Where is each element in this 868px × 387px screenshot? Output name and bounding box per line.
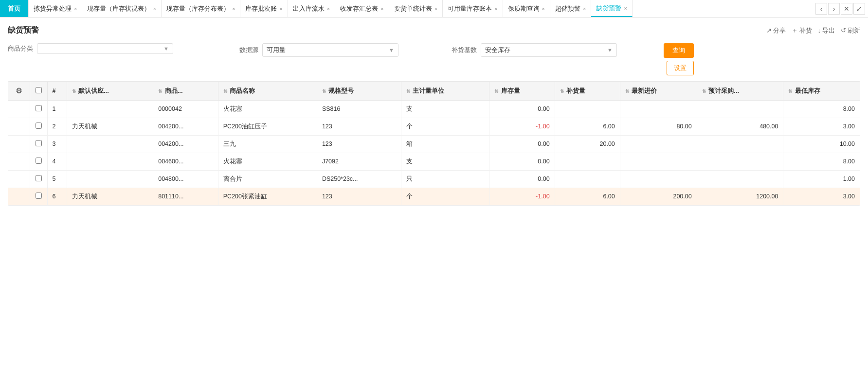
nav-tab-1[interactable]: 拣货异常处理 × xyxy=(29,0,82,17)
row-goods-code: 801110... xyxy=(153,188,218,205)
table-row[interactable]: 5 004800... 离合片 DS250*23c... 只 0.00 1.00 xyxy=(8,170,860,188)
row-unit: 个 xyxy=(401,118,489,135)
row-goods-name: 火花塞 xyxy=(218,100,317,118)
sort-unit-icon[interactable]: ⇅ xyxy=(406,88,410,94)
row-checkbox-3[interactable] xyxy=(36,158,42,164)
close-tab-5[interactable]: × xyxy=(327,6,330,12)
sort-code-icon[interactable]: ⇅ xyxy=(158,88,162,94)
row-spec: 123 xyxy=(317,135,401,153)
category-arrow-icon: ▼ xyxy=(163,46,169,52)
category-select[interactable]: ▼ xyxy=(37,43,173,54)
refresh-button[interactable]: 刷新 xyxy=(841,26,860,35)
close-tab-7[interactable]: × xyxy=(434,6,437,12)
nav-prev-btn[interactable]: ‹ xyxy=(815,3,827,15)
row-est-purchase xyxy=(697,170,783,188)
row-checkbox-cell[interactable] xyxy=(30,118,47,135)
row-checkbox-5[interactable] xyxy=(36,193,42,199)
table-row[interactable]: 4 004600... 火花塞 J7092 支 0.00 8.00 xyxy=(8,153,860,170)
row-est-purchase: 480.00 xyxy=(697,118,783,135)
page-container: 缺货预警 分享 补货 导出 刷新 商品分类 xyxy=(0,18,868,387)
replenish-icon xyxy=(792,26,798,35)
row-goods-code: 004200... xyxy=(153,135,218,153)
sort-supplier-icon[interactable]: ⇅ xyxy=(72,88,76,94)
row-goods-code: 0000042 xyxy=(153,100,218,118)
nav-tab-7[interactable]: 要货单统计表 × xyxy=(389,0,443,17)
col-supplier: ⇅ 默认供应... xyxy=(67,82,153,100)
close-tab-9[interactable]: × xyxy=(542,6,545,12)
col-settings[interactable]: ⚙ xyxy=(8,82,30,100)
share-button[interactable]: 分享 xyxy=(766,26,786,35)
settings-gear-icon[interactable]: ⚙ xyxy=(16,87,22,95)
close-tab-2[interactable]: × xyxy=(153,6,156,12)
top-nav: 首页 拣货异常处理 × 现存量（库存状况表） × 现存量（库存分布表） × 库存… xyxy=(0,0,868,18)
nav-tab-11[interactable]: 缺货预警 × xyxy=(591,0,632,17)
sort-name-icon[interactable]: ⇅ xyxy=(223,88,227,94)
table-row[interactable]: 3 004200... 三九 123 箱 0.00 20.00 10.00 xyxy=(8,135,860,153)
replenish-label: 补货基数 xyxy=(452,46,477,54)
nav-tab-6[interactable]: 收发存汇总表 × xyxy=(335,0,389,17)
row-goods-name: PC200张紧油缸 xyxy=(218,188,317,205)
table-row[interactable]: 6 力天机械 801110... PC200张紧油缸 123 个 -1.00 6… xyxy=(8,188,860,205)
share-icon xyxy=(766,27,772,34)
row-checkbox-cell[interactable] xyxy=(30,170,47,188)
category-label: 商品分类 xyxy=(8,44,33,53)
row-num: 6 xyxy=(47,188,67,205)
row-checkbox-4[interactable] xyxy=(36,175,42,181)
nav-tab-10[interactable]: 超储预警 × xyxy=(550,0,591,17)
nav-tab-4[interactable]: 库存批次账 × xyxy=(240,0,288,17)
row-checkbox-cell[interactable] xyxy=(30,153,47,170)
sort-spec-icon[interactable]: ⇅ xyxy=(322,88,326,94)
datasource-value: 可用量 xyxy=(267,46,286,54)
row-spec: SS816 xyxy=(317,100,401,118)
nav-fullscreen-btn[interactable]: ⤢ xyxy=(853,3,865,15)
datasource-select[interactable]: 可用量 ▼ xyxy=(262,43,398,57)
close-tab-6[interactable]: × xyxy=(380,6,383,12)
row-checkbox-0[interactable] xyxy=(36,105,42,111)
table-row[interactable]: 2 力天机械 004200... PC200油缸压子 123 个 -1.00 6… xyxy=(8,118,860,135)
row-goods-code: 004200... xyxy=(153,118,218,135)
col-checkbox xyxy=(30,82,47,100)
row-checkbox-cell[interactable] xyxy=(30,100,47,118)
row-min-stock: 10.00 xyxy=(783,135,860,153)
row-replenish-qty xyxy=(555,170,620,188)
nav-tab-3[interactable]: 现存量（库存分布表） × xyxy=(162,0,240,17)
nav-tab-8[interactable]: 可用量库存账本 × xyxy=(443,0,503,17)
row-latest-price xyxy=(620,100,697,118)
sort-stock-icon[interactable]: ⇅ xyxy=(494,88,498,94)
row-replenish-qty: 6.00 xyxy=(555,118,620,135)
row-checkbox-2[interactable] xyxy=(36,140,42,146)
close-tab-4[interactable]: × xyxy=(279,6,282,12)
close-tab-3[interactable]: × xyxy=(232,6,235,12)
replenish-button[interactable]: 补货 xyxy=(792,26,812,35)
nav-next-btn[interactable]: › xyxy=(828,3,840,15)
replenish-select[interactable]: 安全库存 ▼ xyxy=(481,43,617,57)
close-tab-10[interactable]: × xyxy=(583,6,586,12)
close-tab-8[interactable]: × xyxy=(494,6,497,12)
replenish-arrow-icon: ▼ xyxy=(607,47,613,53)
export-button[interactable]: 导出 xyxy=(818,26,835,35)
row-supplier xyxy=(67,170,153,188)
nav-tab-2[interactable]: 现存量（库存状况表） × xyxy=(82,0,161,17)
sort-est-icon[interactable]: ⇅ xyxy=(702,88,706,94)
nav-tab-home[interactable]: 首页 xyxy=(0,0,29,17)
close-tab-11[interactable]: × xyxy=(624,5,627,11)
sort-replenish-icon[interactable]: ⇅ xyxy=(560,88,564,94)
row-checkbox-cell[interactable] xyxy=(30,135,47,153)
select-all-checkbox[interactable] xyxy=(36,87,42,93)
table-row[interactable]: 1 0000042 火花塞 SS816 支 0.00 8.00 xyxy=(8,100,860,118)
datasource-label: 数据源 xyxy=(239,46,258,54)
nav-tab-9[interactable]: 保质期查询 × xyxy=(503,0,550,17)
row-goods-code: 004800... xyxy=(153,170,218,188)
sort-min-icon[interactable]: ⇅ xyxy=(788,88,792,94)
settings-button[interactable]: 设置 xyxy=(667,61,694,75)
close-tab-1[interactable]: × xyxy=(74,6,77,12)
query-button[interactable]: 查询 xyxy=(664,43,694,58)
row-checkbox-1[interactable] xyxy=(36,123,42,129)
nav-tab-5[interactable]: 出入库流水 × xyxy=(288,0,335,17)
row-replenish-qty xyxy=(555,100,620,118)
sort-price-icon[interactable]: ⇅ xyxy=(625,88,629,94)
table-body: 1 0000042 火花塞 SS816 支 0.00 8.00 2 力天机械 0… xyxy=(8,100,860,205)
row-checkbox-cell[interactable] xyxy=(30,188,47,205)
nav-close-btn[interactable]: ✕ xyxy=(841,3,852,15)
row-unit: 箱 xyxy=(401,135,489,153)
